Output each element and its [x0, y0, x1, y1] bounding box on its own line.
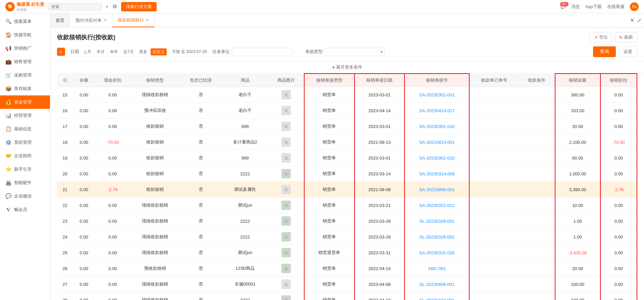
sidebar-item-basic-info[interactable]: 📋 基础信息 [0, 122, 50, 136]
bill-no-link[interactable]: SA-20230301-010 [419, 124, 455, 129]
bill-no-link[interactable]: SA-20230314-008 [419, 171, 455, 176]
td-product-img: 🖼 [268, 261, 304, 276]
table-row: 15 0.00 0.00 现续收款核销 否 老白干 🖼 销货单 2023-03-… [57, 87, 637, 103]
online-support[interactable]: 在线客服 [607, 4, 625, 10]
td-red: 1.00 [555, 229, 600, 245]
filter-expand-btn[interactable]: » [57, 48, 65, 56]
bill-no-link[interactable]: SA-20230301-010 [419, 156, 455, 161]
bill-no-link[interactable]: SA-20230301-001 [419, 92, 455, 97]
sidebar-item-label: 新手引导 [14, 166, 32, 172]
bill-no-link[interactable]: SL-20230408-001 [420, 282, 454, 287]
tab-home[interactable]: 首页 [50, 13, 70, 27]
sidebar-item-search-menu[interactable]: 🔍 搜索菜单 [0, 15, 50, 28]
date-btn-7days[interactable]: 近7天 [121, 48, 136, 55]
sidebar-item-operations[interactable]: 📊 经营管理 [0, 109, 50, 122]
date-btn-this-month[interactable]: 本月 [95, 48, 107, 55]
date-btn-last-month[interactable]: 上月 [81, 48, 93, 55]
td-red: 0.00 [600, 261, 637, 276]
dropdown-arrow[interactable]: ▾ [106, 4, 108, 9]
td-no: 20 [57, 166, 73, 182]
td-red: 100.00 [555, 276, 600, 292]
td-cash-discount: 0.00 [95, 119, 130, 134]
tab-collection[interactable]: 收款核销执行 ✕ [112, 13, 155, 27]
system-icon: ⚙️ [5, 139, 11, 145]
td-product: 测试多属性 [222, 182, 268, 198]
date-range-display: 不限 至 2023-07-26 [172, 49, 207, 55]
td-balance: 0.00 [73, 166, 95, 182]
td-red: 60.00 [555, 150, 600, 166]
bill-no-link[interactable]: SL-20230418-001 [420, 298, 454, 300]
sidebar-item-purchase[interactable]: 🛒 采购管理 [0, 69, 50, 82]
counterparty-label: 往来单位 [212, 49, 230, 55]
td-writeoff-type: 现续收款核销 [130, 276, 180, 292]
expand-more-btn[interactable]: ▾ 展开更多条件 [332, 64, 362, 70]
bill-no-link[interactable]: SA-20230331-026 [419, 250, 455, 255]
bill-type-select[interactable] [325, 48, 385, 56]
sidebar-item-vip[interactable]: V 畅会员 [0, 203, 50, 216]
td-red: 销货单 [304, 229, 355, 245]
td-red: SA-20230331-026 [405, 245, 469, 261]
sidebar-item-marketing[interactable]: 📢 营销推广 [0, 42, 50, 55]
bill-no-link[interactable]: SL-20230328-002 [420, 234, 454, 240]
td-red: 0.00 [600, 150, 637, 166]
messages-label[interactable]: 消息 [571, 4, 580, 10]
td-writeoff-type: 收款核销 [130, 134, 180, 150]
bill-no-link[interactable]: SA-20230414-017 [419, 108, 455, 113]
page-actions: ↗ 导出 ↻ 刷新 [590, 32, 637, 42]
bill-no-link[interactable]: ABC-001 [428, 266, 446, 271]
td-balance: 0.00 [73, 245, 95, 261]
th-discount: 核销折扣 [600, 74, 637, 87]
tab-close-btn[interactable]: ✕ [630, 17, 634, 24]
settings-gear-icon[interactable]: ⚙ [112, 3, 117, 10]
top-search-input[interactable] [48, 3, 102, 10]
sidebar-item-system[interactable]: ⚙️ 系统管理 [0, 136, 50, 149]
bill-no-link[interactable]: SA-20230321-012 [419, 203, 455, 208]
bill-no-link[interactable]: SL-20230328-001 [420, 219, 454, 224]
td-product-img: 🖼 [268, 213, 304, 229]
td-coll-cond [519, 213, 555, 229]
td-coll-cond [519, 245, 555, 261]
td-red: 2023-04-18 [355, 292, 405, 300]
sidebar-item-quick-nav[interactable]: 🏠 快捷导航 [0, 28, 50, 42]
sidebar-item-sales[interactable]: 💼 销售管理 [0, 55, 50, 69]
td-coll-order [469, 119, 519, 134]
date-btn-custom[interactable]: 自定义 [151, 48, 167, 55]
td-included: 否 [180, 87, 222, 103]
date-btn-this-year[interactable]: 本年 [108, 48, 120, 55]
sidebar-item-corp-collab[interactable]: 🤝 企业协同 [0, 149, 50, 163]
td-red: 2023-04-14 [355, 103, 405, 119]
date-btn-more[interactable]: 更多 [137, 48, 149, 55]
product-img: 🖼 [281, 232, 291, 242]
sidebar-item-new-guide[interactable]: ⭐ 新手引导 [0, 163, 50, 176]
sidebar-item-inventory[interactable]: 📦 库存核算 [0, 82, 50, 95]
bill-no-link[interactable]: SA-20210813-001 [419, 140, 455, 145]
export-btn[interactable]: ↗ 导出 [590, 32, 612, 42]
sidebar-item-smart-hw[interactable]: 🖨️ 智能硬件 [0, 176, 50, 189]
messages-icon[interactable]: 💬 99+ [560, 4, 566, 9]
sidebar-item-capital[interactable]: 💰 资金管理 [0, 95, 50, 109]
tab-expand-btn[interactable]: ⤢ [637, 17, 641, 24]
tab-collection-label: 收款核销执行 [118, 17, 144, 23]
user-avatar[interactable]: Rit [630, 2, 639, 11]
settings-btn[interactable]: 设置 [619, 46, 637, 57]
industry-btn[interactable]: 休验行业方案 [121, 2, 157, 11]
app-download[interactable]: App下载 [585, 4, 602, 10]
tab-collection-close[interactable]: ✕ [146, 18, 149, 22]
td-red: SA-20210813-001 [405, 134, 469, 150]
product-img: 🖼 [281, 185, 291, 194]
counterparty-input[interactable] [232, 48, 292, 56]
th-product: 商品 [222, 74, 268, 87]
settings-col-icon[interactable]: ⚙ [63, 77, 67, 83]
wechat-icon: 💬 [5, 193, 11, 199]
td-red: SA-20230414-017 [405, 103, 469, 119]
tab-prepay-close[interactable]: ✕ [104, 18, 107, 23]
query-btn[interactable]: 查询 [593, 46, 616, 57]
refresh-btn[interactable]: ↻ 刷新 [615, 32, 637, 42]
td-red: ABC-001 [405, 261, 469, 276]
bill-no-link[interactable]: SA-20210808-001 [419, 187, 455, 192]
bill-type-filter-group: 单据类型 ▾ [305, 48, 383, 56]
td-balance: 0.00 [73, 292, 95, 300]
sidebar-item-corp-wechat[interactable]: 💬 企业微信 [0, 189, 50, 203]
td-no: 21 [57, 182, 73, 198]
tab-prepay[interactable]: 预付冲应付单 ✕ [70, 13, 112, 27]
